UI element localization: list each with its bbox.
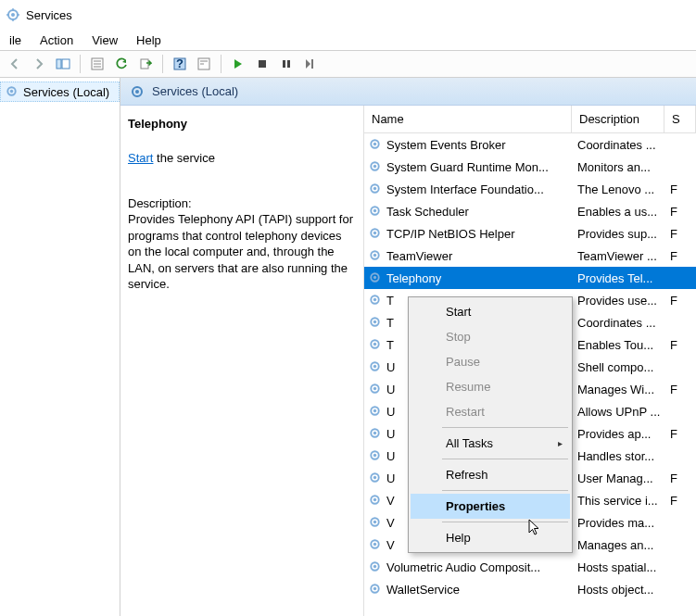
gear-icon <box>368 159 383 174</box>
gear-icon <box>130 84 145 99</box>
service-desc-cell: Provides use... <box>570 294 663 308</box>
svg-rect-18 <box>259 60 266 68</box>
service-name-label: WalletService <box>386 583 460 597</box>
service-row[interactable]: System Interface Foundatio...The Lenovo … <box>364 178 696 200</box>
titlebar: Services <box>0 0 696 30</box>
context-menu-stop: Stop <box>411 324 570 349</box>
service-name-cell: Telephony <box>364 270 570 285</box>
context-menu-separator <box>442 490 568 491</box>
context-menu-all-tasks[interactable]: All Tasks <box>411 431 570 456</box>
svg-point-53 <box>373 432 376 434</box>
service-name-label: V <box>386 494 395 508</box>
menu-view[interactable]: View <box>82 31 127 49</box>
pane-header: Services (Local) <box>120 78 696 106</box>
tree-item-label: Services (Local) <box>23 85 109 99</box>
svg-point-63 <box>373 543 376 546</box>
service-row[interactable]: System Events BrokerCoordinates ... <box>364 133 696 156</box>
toolbar-properties-button[interactable] <box>86 53 108 75</box>
service-row[interactable]: Volumetric Audio Composit...Hosts spatia… <box>364 556 696 578</box>
service-row[interactable]: Task SchedulerEnables a us...F <box>364 200 696 222</box>
service-desc-cell: Allows UPnP ... <box>570 405 663 419</box>
context-menu-start[interactable]: Start <box>411 299 570 324</box>
service-s-cell: F <box>663 294 696 308</box>
service-desc-cell: Shell compo... <box>570 360 663 374</box>
svg-point-41 <box>373 298 376 301</box>
service-desc-cell: The Lenovo ... <box>570 182 663 196</box>
service-desc-cell: Monitors an... <box>570 160 663 174</box>
toolbar-forward-button[interactable] <box>28 53 50 75</box>
svg-point-35 <box>373 232 376 234</box>
svg-point-39 <box>373 276 376 279</box>
svg-rect-12 <box>141 59 148 69</box>
svg-point-55 <box>373 454 376 457</box>
service-row[interactable]: System Guard Runtime Mon...Monitors an..… <box>364 156 696 178</box>
service-s-cell: F <box>663 205 696 219</box>
context-menu-refresh[interactable]: Refresh <box>411 462 570 487</box>
gear-icon <box>368 448 383 463</box>
toolbar-stop-button[interactable] <box>251 53 273 75</box>
service-name-cell: System Interface Foundatio... <box>364 182 570 196</box>
toolbar-refresh-button[interactable] <box>110 53 133 75</box>
column-header-s[interactable]: S <box>664 106 696 132</box>
service-desc-cell: This service i... <box>570 494 663 508</box>
menu-help[interactable]: Help <box>127 31 171 49</box>
service-name-label: T <box>386 294 394 308</box>
svg-point-61 <box>373 521 376 523</box>
service-s-cell: F <box>663 182 696 196</box>
toolbar-export-button[interactable] <box>134 53 157 75</box>
gear-icon <box>368 471 383 485</box>
services-window-icon <box>6 7 20 22</box>
toolbar-help-button[interactable]: ? <box>169 53 191 75</box>
gear-icon <box>368 493 383 508</box>
toolbar-options-button[interactable] <box>193 53 215 75</box>
svg-point-43 <box>373 321 376 323</box>
toolbar-restart-button[interactable] <box>299 53 322 75</box>
svg-point-47 <box>373 365 376 368</box>
svg-point-37 <box>373 254 376 257</box>
service-name-label: Telephony <box>386 271 441 285</box>
service-name-cell: WalletService <box>364 582 570 597</box>
gear-icon <box>368 582 383 597</box>
service-name-label: U <box>386 471 395 485</box>
service-row[interactable]: TCP/IP NetBIOS HelperProvides sup...F <box>364 222 696 245</box>
service-row[interactable]: WalletServiceHosts object... <box>364 578 696 600</box>
service-name-label: U <box>386 427 395 441</box>
selected-service-name: Telephony <box>128 117 354 131</box>
column-header-name[interactable]: Name <box>364 106 572 132</box>
gear-icon <box>368 315 383 330</box>
column-header-description[interactable]: Description <box>572 106 664 132</box>
tree-pane: Services (Local) <box>0 78 120 616</box>
toolbar-pause-button[interactable] <box>275 53 297 75</box>
start-service-row: Start the service <box>128 151 354 165</box>
gear-icon <box>368 248 383 263</box>
service-desc-cell: User Manag... <box>570 471 663 485</box>
tree-item-services-local[interactable]: Services (Local) <box>0 82 120 102</box>
context-menu: StartStopPauseResumeRestart All Tasks Re… <box>408 296 573 553</box>
context-menu-separator <box>442 427 568 428</box>
toolbar-show-hide-button[interactable] <box>52 53 74 75</box>
context-menu-help[interactable]: Help <box>411 525 570 550</box>
svg-point-1 <box>11 13 15 17</box>
toolbar-back-button[interactable] <box>4 53 26 75</box>
service-desc-cell: Coordinates ... <box>570 138 663 152</box>
column-headers: Name Description S <box>364 106 696 133</box>
context-menu-separator <box>442 459 568 459</box>
service-name-label: T <box>386 316 394 330</box>
menu-file[interactable]: ile <box>0 31 31 49</box>
service-s-cell: F <box>663 494 696 508</box>
service-row[interactable]: TelephonyProvides Tel... <box>364 267 696 289</box>
toolbar: ? <box>0 50 696 78</box>
service-name-cell: Volumetric Audio Composit... <box>364 559 570 574</box>
svg-point-23 <box>10 90 13 93</box>
service-row[interactable]: TeamViewerTeamViewer ...F <box>364 245 696 267</box>
service-name-label: T <box>386 338 394 352</box>
start-service-link[interactable]: Start <box>128 151 153 165</box>
gear-icon <box>368 537 383 552</box>
service-name-label: U <box>386 360 395 374</box>
gear-icon <box>5 84 19 99</box>
toolbar-play-button[interactable] <box>227 53 249 75</box>
menu-action[interactable]: Action <box>31 31 82 49</box>
context-menu-properties[interactable]: Properties <box>411 494 570 519</box>
service-name-cell: Task Scheduler <box>364 204 570 219</box>
gear-icon <box>368 137 383 152</box>
